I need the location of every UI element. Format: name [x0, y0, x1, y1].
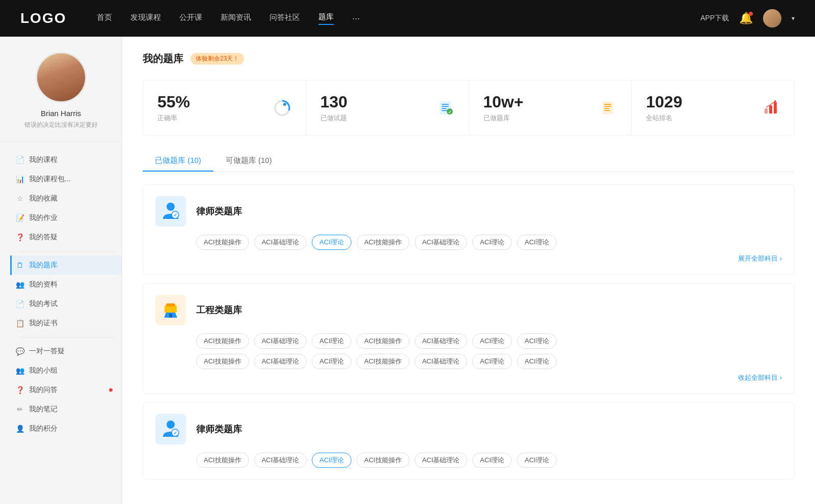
engineer-icon: [155, 295, 186, 325]
nav-qa[interactable]: 问答社区: [269, 13, 300, 24]
coursepack-icon: 📊: [16, 175, 24, 183]
nav-news[interactable]: 新闻资讯: [221, 13, 251, 24]
myquestion-label: 我的问答: [29, 385, 58, 395]
qa-icon: ❓: [16, 233, 24, 241]
bank-title-1: 律师类题库: [196, 205, 242, 217]
navbar-right: APP下载 🔔 ▾: [700, 9, 795, 27]
stat-accuracy: 55% 正确率: [143, 80, 306, 135]
bank-tag[interactable]: ACI理论: [472, 354, 512, 369]
bank-tag[interactable]: ACI理论: [517, 453, 557, 468]
bank-tag[interactable]: ACI理论: [517, 235, 557, 250]
bank-expand-1[interactable]: 展开全部科目 ›: [155, 254, 782, 263]
bank-tag[interactable]: ACI技能操作: [357, 354, 410, 369]
mynotes-label: 我的笔记: [29, 405, 58, 414]
bank-tag[interactable]: ACI技能操作: [357, 453, 410, 468]
sidebar-item-myexam[interactable]: 📄 我的考试: [10, 294, 122, 314]
sidebar-item-mycourse[interactable]: 📄 我的课程: [10, 150, 122, 170]
svg-rect-22: [165, 305, 177, 313]
bank-tag-active[interactable]: ACI理论: [312, 235, 351, 250]
svg-rect-5: [442, 106, 449, 107]
mycourse-label: 我的课程: [29, 155, 58, 164]
tab-available-banks[interactable]: 可做题库 (10): [213, 151, 284, 172]
sidebar-item-coursepack[interactable]: 📊 我的课程包...: [10, 170, 122, 189]
bank-tag[interactable]: ACI基础理论: [415, 354, 468, 369]
user-avatar-nav[interactable]: [763, 9, 781, 27]
nav-opencourse[interactable]: 公开课: [179, 13, 202, 24]
svg-text:✓: ✓: [448, 110, 451, 115]
mynotes-icon: ✏: [16, 405, 24, 413]
homework-label: 我的作业: [29, 213, 58, 222]
sidebar-divider-2: [18, 337, 114, 338]
notification-bell[interactable]: 🔔: [739, 12, 753, 25]
nav-more[interactable]: ···: [352, 13, 360, 24]
mycert-label: 我的证书: [29, 319, 58, 328]
svg-text:✓: ✓: [173, 430, 177, 436]
bank-tag[interactable]: ACI理论: [472, 453, 512, 468]
favorites-label: 我的收藏: [29, 194, 58, 203]
svg-rect-17: [774, 102, 777, 114]
sidebar: Brian Harris 错误的决定比没有决定要好 📄 我的课程 📊 我的课程包…: [0, 37, 122, 504]
tab-done-banks[interactable]: 已做题库 (10): [143, 151, 213, 172]
bank-tag[interactable]: ACI理论: [472, 333, 512, 349]
bank-tag-active[interactable]: ACI理论: [312, 453, 351, 468]
bank-tag[interactable]: ACI理论: [472, 235, 512, 250]
bank-tag[interactable]: ACI技能操作: [196, 453, 249, 468]
sidebar-item-qa[interactable]: ❓ 我的答疑: [10, 228, 122, 247]
coursepack-label: 我的课程包...: [29, 175, 71, 184]
svg-rect-11: [604, 104, 611, 105]
bank-tags-2-row1: ACI技能操作 ACI基础理论 ACI理论 ACI技能操作 ACI基础理论 AC…: [196, 333, 782, 349]
sidebar-item-1to1[interactable]: 💬 一对一答疑: [10, 342, 122, 361]
sidebar-item-mydata[interactable]: 👥 我的资料: [10, 275, 122, 294]
stat-done-banks-info: 10w+ 已做题库: [483, 93, 524, 123]
sidebar-item-mycert[interactable]: 📋 我的证书: [10, 314, 122, 333]
bank-tag[interactable]: ACI理论: [312, 333, 351, 349]
bank-tag[interactable]: ACI技能操作: [196, 354, 249, 369]
sidebar-divider-1: [18, 251, 114, 251]
bank-tag[interactable]: ACI技能操作: [357, 235, 410, 250]
bank-tag[interactable]: ACI理论: [312, 354, 351, 369]
stat-done-label: 已做试题: [320, 114, 347, 123]
bank-tag[interactable]: ACI理论: [517, 354, 557, 369]
nav-home[interactable]: 首页: [97, 13, 112, 24]
bank-tag[interactable]: ACI技能操作: [196, 333, 249, 349]
1to1-icon: 💬: [16, 347, 24, 355]
bank-tag[interactable]: ACI基础理论: [254, 235, 307, 250]
bank-tag[interactable]: ACI基础理论: [254, 453, 307, 468]
svg-point-2: [283, 103, 286, 106]
stat-done-value: 130: [320, 93, 347, 111]
bank-tag[interactable]: ACI基础理论: [415, 333, 468, 349]
user-dropdown-arrow[interactable]: ▾: [792, 15, 795, 22]
lawyer-icon-1: ✓: [155, 196, 186, 227]
main-layout: Brian Harris 错误的决定比没有决定要好 📄 我的课程 📊 我的课程包…: [0, 37, 815, 504]
sidebar-item-mynotes[interactable]: ✏ 我的笔记: [10, 400, 122, 419]
favorites-icon: ☆: [16, 194, 24, 203]
mygroup-icon: 👥: [16, 367, 24, 375]
bank-tag[interactable]: ACI基础理论: [415, 453, 468, 468]
app-download-link[interactable]: APP下载: [700, 14, 729, 23]
bank-title-3: 律师类题库: [196, 423, 242, 435]
myquestion-icon: ❓: [16, 386, 24, 394]
sidebar-item-mygroup[interactable]: 👥 我的小组: [10, 361, 122, 380]
profile-motto: 错误的决定比没有决定要好: [24, 121, 98, 129]
sidebar-item-mypoints[interactable]: 👤 我的积分: [10, 419, 122, 438]
bank-expand-2[interactable]: 收起全部科目 ›: [155, 373, 782, 382]
nav-bank[interactable]: 题库: [318, 12, 334, 25]
sidebar-item-favorites[interactable]: ☆ 我的收藏: [10, 189, 122, 208]
bank-tags-2-row2: ACI技能操作 ACI基础理论 ACI理论 ACI技能操作 ACI基础理论 AC…: [196, 354, 782, 369]
bank-tag[interactable]: ACI技能操作: [196, 235, 249, 250]
bank-tag[interactable]: ACI技能操作: [357, 333, 410, 349]
bank-card-engineer: 工程类题库 ACI技能操作 ACI基础理论 ACI理论 ACI技能操作 ACI基…: [143, 283, 795, 394]
bank-card-1-header: ✓ 律师类题库: [155, 196, 782, 227]
sidebar-item-homework[interactable]: 📝 我的作业: [10, 208, 122, 228]
stats-row: 55% 正确率 130 已做试题: [143, 80, 795, 135]
bank-tag[interactable]: ACI基础理论: [254, 333, 307, 349]
sidebar-item-myquestion[interactable]: ❓ 我的问答: [10, 380, 122, 400]
bank-tag[interactable]: ACI基础理论: [415, 235, 468, 250]
svg-rect-12: [604, 106, 611, 107]
svg-point-18: [774, 100, 776, 102]
nav-discover[interactable]: 发现课程: [130, 13, 161, 24]
bank-tag[interactable]: ACI基础理论: [254, 354, 307, 369]
sidebar-item-mybank[interactable]: 🗒 我的题库: [10, 256, 122, 275]
bank-tag[interactable]: ACI理论: [517, 333, 557, 349]
mydata-label: 我的资料: [29, 280, 58, 289]
